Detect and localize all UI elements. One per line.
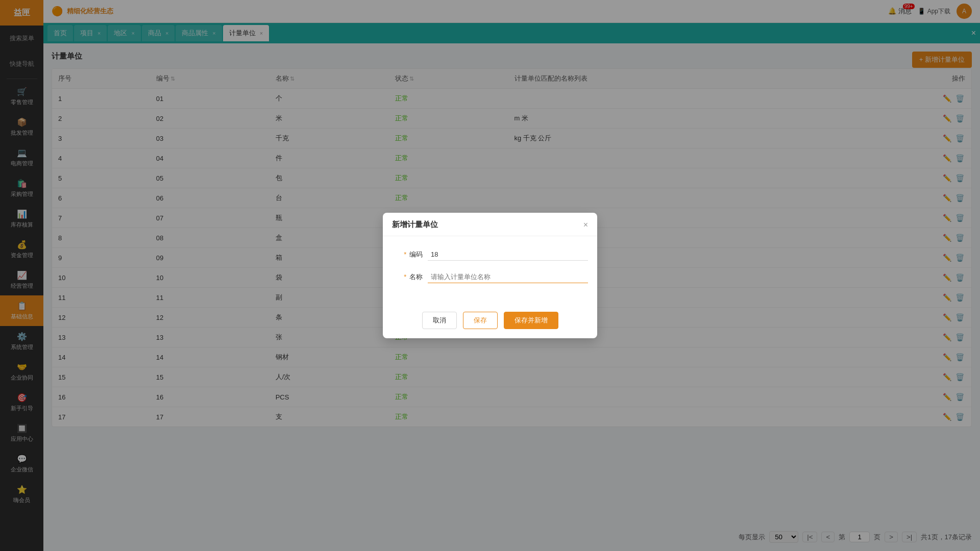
- save-new-button[interactable]: 保存并新增: [504, 312, 558, 329]
- code-input[interactable]: [428, 248, 588, 261]
- dialog-footer: 取消 保存 保存并新增: [383, 306, 597, 338]
- form-label-name: * 名称: [392, 272, 423, 282]
- dialog-body: * 编码 * 名称: [383, 236, 597, 306]
- name-input[interactable]: [428, 271, 588, 283]
- form-label-code: * 编码: [392, 250, 423, 259]
- dialog-close-button[interactable]: ×: [583, 220, 588, 230]
- add-unit-dialog: 新增计量单位 × * 编码 * 名称 取消 保存 保存并新增: [383, 213, 597, 338]
- form-row-code: * 编码: [392, 248, 588, 261]
- form-row-name: * 名称: [392, 271, 588, 283]
- save-button[interactable]: 保存: [463, 312, 498, 329]
- dialog-title: 新增计量单位: [392, 220, 438, 230]
- required-mark-code: *: [404, 251, 406, 258]
- required-mark-name: *: [404, 273, 406, 281]
- dialog-header: 新增计量单位 ×: [383, 213, 597, 236]
- dialog-overlay: 新增计量单位 × * 编码 * 名称 取消 保存 保存并新增: [0, 0, 980, 551]
- cancel-button[interactable]: 取消: [422, 312, 457, 329]
